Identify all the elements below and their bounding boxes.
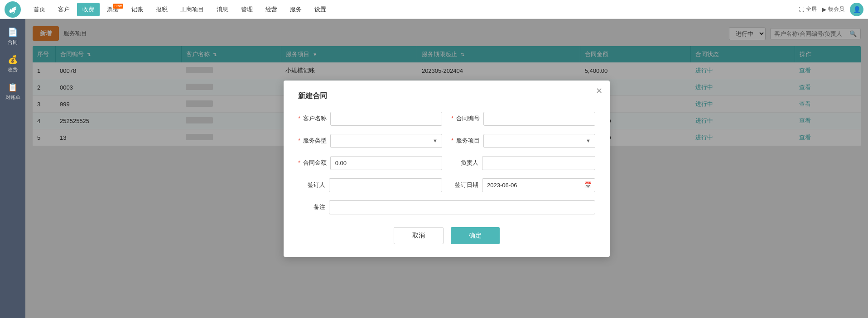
contract-amount-label: * 合同金额 <box>298 159 327 167</box>
confirm-button[interactable]: 确定 <box>451 227 500 244</box>
sidebar-item-contract[interactable]: 📄 合同 <box>0 23 25 50</box>
member-button[interactable]: ▶ 畅会员 <box>822 5 844 13</box>
nav-ticket[interactable]: 票据 new <box>101 3 124 16</box>
nav-fee[interactable]: 收费 <box>77 3 100 16</box>
sidebar: 📄 合同 💰 收费 📋 对账单 <box>0 19 25 318</box>
content-area: 新增 服务项目 进行中 已完成 已终止 🔍 序号 合同编号 <box>25 19 868 318</box>
field-signer: 签订人 <box>298 178 442 192</box>
field-sign-date: 签订日期 📅 <box>451 178 595 192</box>
client-name-input[interactable] <box>330 112 442 126</box>
new-badge: new <box>113 4 123 9</box>
field-responsible: 负责人 <box>451 156 595 170</box>
sign-date-wrap: 📅 <box>482 178 595 192</box>
nav-right: ⛶ 全屏 ▶ 畅会员 👤 <box>799 3 863 16</box>
service-item-select[interactable] <box>483 134 595 148</box>
remark-label: 备注 <box>298 203 325 211</box>
statement-icon: 📋 <box>8 82 18 92</box>
sidebar-item-statement[interactable]: 📋 对账单 <box>0 78 25 105</box>
sidebar-item-fee[interactable]: 💰 收费 <box>0 50 25 78</box>
nav-operation[interactable]: 经营 <box>260 3 283 16</box>
signer-label: 签订人 <box>298 181 325 189</box>
signer-input[interactable] <box>329 178 442 192</box>
form-row-4: 签订人 签订日期 📅 <box>298 178 595 192</box>
field-service-type: * 服务类型 <box>298 134 442 148</box>
required-star-5: * <box>298 159 300 166</box>
sign-date-input[interactable] <box>482 178 595 192</box>
nav-settings[interactable]: 设置 <box>309 3 332 16</box>
fee-icon: 💰 <box>8 55 18 65</box>
fullscreen-button[interactable]: ⛶ 全屏 <box>799 5 817 13</box>
client-name-label: * 客户名称 <box>298 114 327 123</box>
cancel-button[interactable]: 取消 <box>394 227 444 244</box>
service-type-label: * 服务类型 <box>298 137 327 145</box>
nav-tax[interactable]: 报税 <box>150 3 173 16</box>
nav-business[interactable]: 工商项目 <box>175 3 209 16</box>
field-remark: 备注 <box>298 200 595 214</box>
field-contract-amount: * 合同金额 <box>298 156 442 170</box>
contract-no-label: * 合同编号 <box>451 114 480 123</box>
remark-input[interactable] <box>329 200 595 214</box>
required-star-2: * <box>451 115 453 122</box>
modal-title: 新建合同 <box>298 91 595 101</box>
form-row-3: * 合同金额 负责人 <box>298 156 595 170</box>
nav-home[interactable]: 首页 <box>28 3 51 16</box>
user-avatar[interactable]: 👤 <box>850 3 863 16</box>
contract-amount-input[interactable] <box>330 156 442 170</box>
service-type-select[interactable] <box>330 134 442 148</box>
sign-date-label: 签订日期 <box>451 181 478 189</box>
form-row-2: * 服务类型 * 服务项目 <box>298 134 595 148</box>
nav-items: 首页 客户 收费 票据 new 记账 报税 工商项目 消息 管理 经营 服务 设… <box>28 3 799 16</box>
responsible-input[interactable] <box>482 156 595 170</box>
nav-manage[interactable]: 管理 <box>236 3 258 16</box>
calendar-icon[interactable]: 📅 <box>584 181 592 189</box>
form-row-5: 备注 <box>298 200 595 214</box>
modal-close-button[interactable]: ✕ <box>596 87 603 95</box>
sidebar-item-label: 合同 <box>8 39 18 46</box>
contract-no-input[interactable] <box>483 112 595 126</box>
field-service-item: * 服务项目 <box>451 134 595 148</box>
sidebar-item-label: 对账单 <box>5 94 20 101</box>
responsible-label: 负责人 <box>451 159 478 167</box>
main-layout: 📄 合同 💰 收费 📋 对账单 新增 服务项目 进行中 已完成 已终止 🔍 <box>0 19 868 318</box>
sidebar-item-label: 收费 <box>8 66 18 73</box>
nav-service[interactable]: 服务 <box>285 3 307 16</box>
app-logo <box>5 1 21 18</box>
required-star-4: * <box>451 137 453 144</box>
nav-bookkeeping[interactable]: 记账 <box>126 3 149 16</box>
service-type-select-wrap <box>330 134 442 148</box>
fullscreen-icon: ⛶ <box>799 6 804 13</box>
service-item-select-wrap <box>483 134 595 148</box>
new-contract-modal: 新建合同 ✕ * 客户名称 * 合同编号 <box>284 81 610 257</box>
contract-icon: 📄 <box>8 27 18 37</box>
modal-overlay: 新建合同 ✕ * 客户名称 * 合同编号 <box>25 19 868 318</box>
modal-footer: 取消 确定 <box>298 227 595 244</box>
field-contract-no: * 合同编号 <box>451 112 595 126</box>
nav-client[interactable]: 客户 <box>53 3 75 16</box>
required-star-3: * <box>298 137 300 144</box>
play-icon: ▶ <box>822 6 826 13</box>
service-item-label: * 服务项目 <box>451 137 480 145</box>
field-client-name: * 客户名称 <box>298 112 442 126</box>
nav-message[interactable]: 消息 <box>211 3 234 16</box>
top-nav: 首页 客户 收费 票据 new 记账 报税 工商项目 消息 管理 经营 服务 设… <box>0 0 868 19</box>
form-row-1: * 客户名称 * 合同编号 <box>298 112 595 126</box>
required-star: * <box>298 115 300 122</box>
